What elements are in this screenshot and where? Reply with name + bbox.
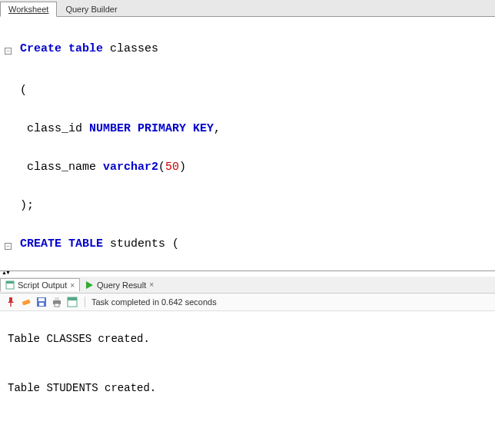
tab-query-builder[interactable]: Query Builder: [57, 2, 125, 16]
svg-rect-3: [10, 303, 11, 307]
svg-rect-9: [55, 297, 59, 300]
print-icon[interactable]: [51, 296, 63, 308]
script-output-body: Table CLASSES created. Table STUDENTS cr…: [0, 311, 495, 448]
svg-marker-2: [86, 281, 93, 289]
svg-rect-6: [38, 298, 45, 301]
svg-rect-7: [39, 303, 44, 306]
splitter[interactable]: [0, 270, 495, 277]
close-icon[interactable]: ×: [70, 281, 75, 290]
tab-query-result[interactable]: Query Result ×: [80, 279, 158, 291]
play-icon: [85, 280, 94, 290]
sql-icon[interactable]: [66, 296, 78, 308]
tab-label: Query Result: [97, 280, 146, 290]
tab-worksheet[interactable]: Worksheet: [0, 2, 57, 17]
status-text: Task completed in 0.642 seconds: [91, 297, 217, 307]
svg-rect-10: [55, 304, 59, 307]
separator: [85, 297, 85, 307]
svg-rect-1: [6, 281, 14, 284]
output-tabs: Script Output × Query Result ×: [0, 277, 495, 294]
script-output-icon: [5, 280, 15, 290]
worksheet-tabs: Worksheet Query Builder: [0, 0, 495, 17]
save-icon[interactable]: [35, 296, 48, 308]
eraser-icon[interactable]: [20, 296, 32, 308]
output-toolbar: Task completed in 0.642 seconds: [0, 294, 495, 311]
tab-label: Script Output: [18, 280, 67, 290]
svg-rect-12: [68, 297, 77, 300]
fold-icon[interactable]: −: [5, 48, 12, 55]
sql-editor[interactable]: −Create table classes ( class_id NUMBER …: [0, 17, 495, 270]
tab-script-output[interactable]: Script Output ×: [0, 278, 80, 291]
fold-icon[interactable]: −: [5, 243, 12, 250]
svg-rect-4: [22, 299, 31, 305]
close-icon[interactable]: ×: [149, 280, 154, 289]
pin-icon[interactable]: [5, 296, 17, 308]
